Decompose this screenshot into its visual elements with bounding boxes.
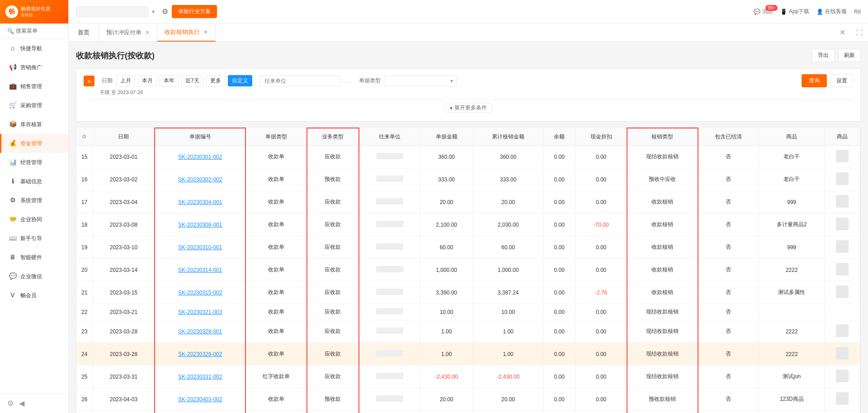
tab-writeoff-close-icon[interactable]: ✕ xyxy=(203,29,208,35)
close-all-tabs-btn[interactable]: ✕ xyxy=(834,28,851,37)
expand-label: 展开更多条件 xyxy=(454,104,487,112)
topbar-arrow: ▾ xyxy=(152,9,155,15)
page-title: 收款核销执行(按收款) xyxy=(76,50,155,61)
sidebar-item-sales[interactable]: 💼 销售管理 xyxy=(0,77,68,96)
table-row[interactable]: 272023-04-08SK-20230408-001收款单应收款100.001… xyxy=(76,411,860,413)
tab-home[interactable]: 首页 xyxy=(69,24,99,42)
tab-prepay-close-icon[interactable]: ✕ xyxy=(145,29,150,36)
date-more[interactable]: 更多 xyxy=(206,75,225,86)
date-last-month[interactable]: 上月 xyxy=(116,75,135,86)
app-download-btn[interactable]: 📱 App下载 xyxy=(780,8,809,15)
sidebar-item-basic-info[interactable]: ℹ 基础信息 xyxy=(0,172,68,191)
member-label: 畅会员 xyxy=(20,292,37,299)
th-product2[interactable]: 商品 xyxy=(825,128,860,146)
sidebar-item-purchase[interactable]: 🛒 采购管理 xyxy=(0,96,68,115)
tab-writeoff[interactable]: 收款核销执行 ✕ xyxy=(157,24,216,42)
collapse-icon[interactable]: ◀ xyxy=(19,399,24,408)
th-voucher-no[interactable]: 单据编号 xyxy=(155,128,245,146)
sidebar-item-wechat[interactable]: 💬 企业微信 xyxy=(0,267,68,286)
hardware-label: 智能硬件 xyxy=(20,254,42,261)
th-cash-discount[interactable]: 现金折扣 xyxy=(576,128,627,146)
table-row[interactable]: 202023-03-14SK-20230314-001收款单应收款1,000.0… xyxy=(76,259,860,281)
expand-more-section: ▾ 展开更多条件 xyxy=(84,100,853,116)
date-this-year[interactable]: 本年 xyxy=(160,75,179,86)
filter-settings-btn[interactable]: 设置 xyxy=(830,74,853,87)
wechat-icon: 💬 xyxy=(9,272,17,280)
th-biz-type[interactable]: 业务类型 xyxy=(307,128,359,146)
sidebar-search[interactable]: 🔍 搜索菜单 xyxy=(0,24,68,39)
corp-collab-icon: 🤝 xyxy=(9,215,17,223)
table-row[interactable]: 242023-03-28SK-20230328-002收款单应收款1.001.0… xyxy=(76,343,860,366)
export-btn[interactable]: 导出 xyxy=(812,49,835,62)
marketing-icon: 📢 xyxy=(9,63,17,71)
date-7days[interactable]: 近7天 xyxy=(181,75,203,86)
table-row[interactable]: 252023-03-31SK-20230331-002红字收款单应收款-2,43… xyxy=(76,366,860,388)
date-this-month[interactable]: 本月 xyxy=(138,75,157,86)
th-settings[interactable]: ⚙ xyxy=(76,128,93,146)
topbar-gear-icon[interactable]: ⚙ xyxy=(162,7,168,16)
table-row[interactable]: 222023-03-21SK-20230321-003收款单应收款10.0010… xyxy=(76,304,860,320)
sidebar-logo: 畅 畅康道好生意 标推版 xyxy=(0,0,68,24)
service-label: 在线客服 xyxy=(825,8,847,15)
table-row[interactable]: 172023-03-04SK-20230304-001收款单应收款20.0020… xyxy=(76,191,860,214)
table-row[interactable]: 232023-03-28SK-20230328-001收款单应收款1.001.0… xyxy=(76,320,860,343)
table-row[interactable]: 192023-03-10SK-20230310-001收款单应收款60.0060… xyxy=(76,236,860,259)
quick-nav-label: 快捷导航 xyxy=(20,45,42,52)
finance-icon: 💰 xyxy=(9,139,17,147)
sidebar-item-member[interactable]: V 畅会员 xyxy=(0,286,68,305)
user-avatar[interactable]: Rit xyxy=(854,9,861,15)
th-balance[interactable]: 余额 xyxy=(543,128,576,146)
quick-nav-icon: ⌂ xyxy=(9,44,17,52)
th-include-settled[interactable]: 包含已结清 xyxy=(698,128,759,146)
sidebar-item-operations[interactable]: 📊 经营管理 xyxy=(0,153,68,172)
table-row[interactable]: 262023-04-03SK-20230403-002收款单预收款20.0020… xyxy=(76,388,860,411)
table-row[interactable]: 162023-03-02SK-20230302-002收款单预收款333.003… xyxy=(76,168,860,191)
sidebar-item-corp-collab[interactable]: 🤝 企业协同 xyxy=(0,210,68,229)
th-partner[interactable]: 往来单位 xyxy=(359,128,420,146)
query-btn[interactable]: 查询 xyxy=(802,74,827,87)
th-product[interactable]: 商品 xyxy=(759,128,825,146)
main-table: ⚙ 日期 单据编号 单据类型 业务类型 往来单位 单据金额 累计核销金额 余额 … xyxy=(76,128,860,413)
expand-tabs-btn[interactable]: ⛶ xyxy=(851,29,868,36)
sidebar-item-system[interactable]: ⚙ 系统管理 xyxy=(0,191,68,210)
hardware-icon: 🖥 xyxy=(9,253,17,261)
tabs-bar: 首页 预计冲应付单 ✕ 收款核销执行 ✕ ✕ ⛶ xyxy=(69,24,868,42)
tab-prepay[interactable]: 预计冲应付单 ✕ xyxy=(99,24,157,42)
industry-solution-btn[interactable]: 体验行业方案 xyxy=(172,5,217,18)
logo-badge: 标推版 xyxy=(21,12,51,18)
refresh-btn[interactable]: 刷新 xyxy=(838,49,861,62)
table-row[interactable]: 212023-03-15SK-20230315-002收款单应收款3,390.0… xyxy=(76,281,860,304)
purchase-icon: 🛒 xyxy=(9,101,17,109)
system-label: 系统管理 xyxy=(20,197,42,204)
sidebar-item-quick-nav[interactable]: ⌂ 快捷导航 xyxy=(0,39,68,58)
tab-prepay-label: 预计冲应付单 xyxy=(106,28,142,37)
sidebar-item-inventory[interactable]: 📦 库存核算 xyxy=(0,115,68,134)
sidebar-item-guide[interactable]: 📖 新手引导 xyxy=(0,229,68,248)
th-voucher-type[interactable]: 单据类型 xyxy=(245,128,307,146)
basic-info-icon: ℹ xyxy=(9,177,17,185)
settings-footer-icon[interactable]: ⚙ xyxy=(7,399,14,408)
message-btn[interactable]: 💬 消息 99+ xyxy=(754,8,773,15)
date-custom[interactable]: 自定义 xyxy=(228,75,252,86)
page-header: 收款核销执行(按收款) 导出 刷新 xyxy=(76,49,861,62)
th-date[interactable]: 日期 xyxy=(93,128,155,146)
topbar-breadcrumb: ▾ ⚙ 体验行业方案 xyxy=(76,5,754,18)
sidebar-item-marketing[interactable]: 📢 营销推广 xyxy=(0,58,68,77)
th-writeoff-amount[interactable]: 累计核销金额 xyxy=(473,128,543,146)
search-icon: 🔍 xyxy=(7,28,14,34)
voucher-type-select[interactable] xyxy=(384,76,457,86)
table-row[interactable]: 152023-03-01SK-20230301-002收款单应收款360.003… xyxy=(76,146,860,168)
filter-partner-item: ... xyxy=(259,76,352,86)
filter-toggle-btn[interactable]: » xyxy=(84,76,94,86)
topbar-search-input[interactable] xyxy=(76,6,148,17)
table-row[interactable]: 182023-03-08SK-20230308-001收款单应收款2,100.0… xyxy=(76,214,860,236)
sidebar-item-finance[interactable]: 💰 资金管理 xyxy=(0,134,68,153)
partner-input[interactable] xyxy=(259,76,341,86)
logo-icon: 畅 xyxy=(5,5,18,18)
expand-toggle-btn[interactable]: ▾ 展开更多条件 xyxy=(444,103,493,113)
sidebar-item-hardware[interactable]: 🖥 智能硬件 xyxy=(0,248,68,267)
th-amount[interactable]: 单据金额 xyxy=(420,128,473,146)
th-writeoff-type[interactable]: 核销类型 xyxy=(627,128,698,146)
sidebar-footer: ⚙ ◀ xyxy=(0,393,68,413)
online-service-btn[interactable]: 👤 在线客服 xyxy=(816,8,847,15)
